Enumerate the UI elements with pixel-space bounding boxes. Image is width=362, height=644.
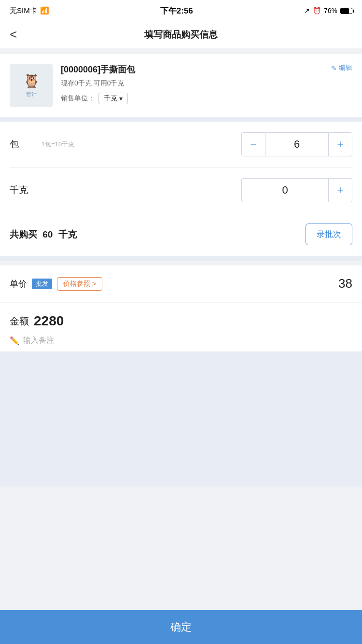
status-time: 下午2:56 (160, 5, 193, 16)
status-bar: 无SIM卡 📶 下午2:56 ↗ ⏰ 76% (0, 0, 362, 21)
total-section: 共购买 60 千克 录批次 (0, 213, 362, 256)
package-stepper: − + (241, 132, 352, 156)
note-label: 输入备注 (23, 336, 54, 346)
package-row: 包 1包=10千克 − + (10, 122, 352, 168)
product-section: 🦉 智计 [0000006]手撕面包 ✎ 编辑 现存0千克 可用0千克 销售单位… (0, 54, 362, 117)
total-text: 共购买 60 千克 (10, 228, 77, 241)
product-info: [0000006]手撕面包 ✎ 编辑 现存0千克 可用0千克 销售单位： 千克 … (61, 64, 352, 104)
amount-section: 金额 2280 ✏️ 输入备注 (0, 303, 362, 351)
edit-label: 编辑 (339, 64, 352, 72)
product-stock: 现存0千克 可用0千克 (61, 79, 352, 88)
edit-button[interactable]: ✎ 编辑 (331, 64, 352, 72)
kilogram-input[interactable] (241, 178, 328, 202)
carrier-text: 无SIM卡 (10, 6, 37, 15)
back-button[interactable]: < (10, 27, 17, 42)
price-type-badge: 批发 (32, 279, 52, 289)
confirm-button[interactable]: 确定 (0, 610, 362, 644)
price-ref-label: 价格参照 (63, 280, 90, 288)
price-value: 38 (338, 276, 352, 291)
section-divider-2 (0, 256, 362, 261)
amount-row: 金额 2280 (10, 313, 352, 329)
product-logo-icon: 🦉 (23, 73, 40, 89)
price-ref-button[interactable]: 价格参照 > (57, 277, 102, 291)
page-title: 填写商品购买信息 (144, 28, 218, 41)
total-unit: 千克 (58, 229, 77, 239)
package-input[interactable] (265, 132, 328, 156)
kilogram-row: 千克 + (10, 168, 352, 213)
kilogram-label: 千克 (10, 184, 39, 196)
unit-dropdown[interactable]: 千克 ▾ (98, 93, 128, 104)
product-logo-label: 智计 (26, 91, 37, 98)
alarm-icon: ⏰ (313, 7, 321, 14)
section-divider-1 (0, 117, 362, 122)
battery-text: 76% (324, 7, 337, 14)
product-unit-row: 销售单位： 千克 ▾ (61, 93, 352, 104)
location-icon: ↗ (304, 7, 310, 14)
total-quantity: 60 (42, 229, 53, 239)
input-section: 包 1包=10千克 − + 千克 + (0, 122, 362, 213)
battery-icon (340, 8, 352, 14)
record-batch-button[interactable]: 录批次 (306, 224, 352, 245)
amount-label: 金额 (10, 315, 29, 328)
package-plus-button[interactable]: + (328, 132, 352, 156)
package-label: 包 (10, 138, 39, 151)
kilogram-stepper: + (241, 178, 352, 202)
price-label: 单价 (10, 278, 27, 290)
wifi-icon: 📶 (40, 6, 49, 15)
kilogram-plus-button[interactable]: + (328, 178, 352, 202)
edit-icon: ✎ (331, 64, 337, 72)
status-left: 无SIM卡 📶 (10, 6, 49, 15)
unit-label: 销售单位： (61, 94, 95, 103)
dropdown-arrow-icon: ▾ (119, 95, 123, 102)
unit-value: 千克 (104, 94, 117, 103)
price-ref-arrow-icon: > (92, 280, 96, 288)
status-right: ↗ ⏰ 76% (304, 7, 352, 14)
product-thumbnail: 🦉 智计 (10, 64, 53, 107)
product-name: [0000006]手撕面包 (61, 64, 135, 75)
price-section: 单价 批发 价格参照 > 38 (0, 266, 362, 302)
amount-value: 2280 (34, 313, 64, 329)
note-row[interactable]: ✏️ 输入备注 (10, 336, 352, 346)
pencil-icon: ✏️ (10, 336, 19, 345)
package-hint: 1包=10千克 (42, 140, 74, 149)
total-prefix: 共购买 (10, 229, 37, 239)
nav-bar: < 填写商品购买信息 (0, 21, 362, 48)
empty-space (0, 351, 362, 487)
package-minus-button[interactable]: − (241, 132, 265, 156)
